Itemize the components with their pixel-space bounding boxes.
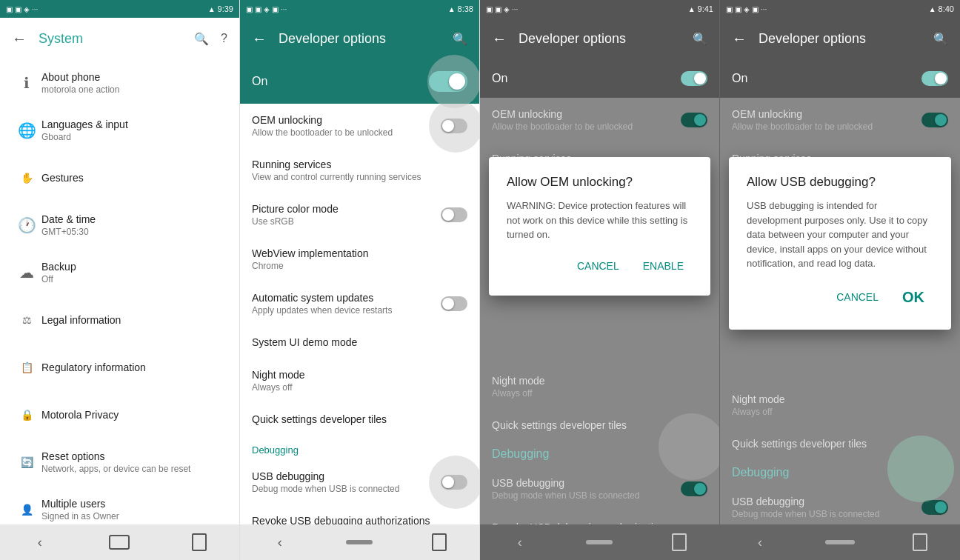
oem-toggle-container[interactable]	[441, 119, 467, 133]
oem-enable-button[interactable]: Enable	[634, 254, 693, 278]
oem-unlocking-item[interactable]: OEM unlocking Allow the bootloader to be…	[240, 104, 479, 148]
back-icon-right2[interactable]: ←	[732, 30, 747, 47]
nav-home-middle[interactable]	[344, 532, 374, 553]
nav-back-r2[interactable]: ‹	[745, 532, 775, 553]
search-icon-left[interactable]: 🔍	[194, 32, 209, 46]
nav-home-left[interactable]	[104, 532, 134, 553]
usb-dialog-actions: Cancel OK	[747, 283, 933, 312]
on-toggle-right1[interactable]	[681, 71, 707, 86]
reset-subtitle: Network, apps, or device can be reset	[41, 464, 227, 474]
app-bar-title-right1: Developer options	[519, 31, 681, 47]
on-row-right1: On	[480, 59, 719, 98]
usb-debugging-subtitle: Debug mode when USB is connected	[252, 484, 441, 494]
wifi-icon: ▲	[208, 5, 216, 13]
auto-updates-subtitle: Apply updates when device restarts	[252, 305, 441, 316]
webview-subtitle: Chrome	[252, 261, 467, 271]
app-bar-title-middle: Developer options	[279, 31, 441, 47]
app-bar-left: ← System 🔍 ?	[0, 18, 239, 59]
webview-item[interactable]: WebView implementation Chrome	[240, 237, 479, 281]
nav-recent-r2[interactable]	[905, 532, 935, 553]
sidebar-item-datetime[interactable]: 🕐 Date & time GMT+05:30	[0, 201, 239, 249]
notif-icon-m2: ▣	[255, 5, 261, 13]
quick-settings-text: Quick settings developer tiles	[252, 413, 467, 425]
sidebar-item-languages[interactable]: 🌐 Languages & input Gboard	[0, 107, 239, 154]
toggle-container-middle[interactable]	[429, 71, 467, 92]
sidebar-item-users[interactable]: 👤 Multiple users Signed in as Owner	[0, 486, 239, 524]
usb-ok-button[interactable]: OK	[893, 283, 933, 312]
revoke-usb-item[interactable]: Revoke USB debugging authorizations	[240, 504, 479, 524]
usb-debugging-item[interactable]: USB debugging Debug mode when USB is con…	[240, 460, 479, 504]
usb-toggle-container[interactable]	[441, 475, 467, 490]
status-bar-right1: ▣ ▣ ◈ ··· ▲ 9:41	[480, 0, 719, 18]
dots-r1: ···	[512, 5, 518, 13]
picture-color-item[interactable]: Picture color mode Use sRGB	[240, 193, 479, 237]
bottom-nav-middle: ‹	[240, 524, 479, 560]
system-demo-item[interactable]: System UI demo mode	[240, 326, 479, 359]
home-shape-left	[109, 535, 130, 550]
sidebar-item-privacy[interactable]: 🔒 Motorola Privacy	[0, 391, 239, 439]
wifi-r2: ▲	[929, 5, 936, 13]
oem-toggle[interactable]	[441, 119, 467, 133]
recent-shape-r2	[913, 533, 927, 551]
backup-text: Backup Off	[41, 261, 227, 284]
night-r2: Night mode Always off	[720, 383, 960, 427]
sidebar-item-about[interactable]: ℹ About phone motorola one action	[0, 59, 239, 107]
bottom-nav-right1: ‹	[480, 524, 719, 560]
back-icon-middle[interactable]: ←	[252, 30, 267, 47]
auto-updates-toggle[interactable]	[441, 296, 467, 311]
backup-title: Backup	[41, 261, 227, 273]
ok-circle-highlight	[887, 436, 954, 502]
app-bar-title-right2: Developer options	[759, 31, 921, 47]
oem-cancel-button[interactable]: Cancel	[568, 254, 628, 278]
gestures-icon: ✋	[12, 163, 41, 193]
running-services-item[interactable]: Running services View and control curren…	[240, 148, 479, 193]
usb-toggle[interactable]	[441, 475, 467, 490]
home-pill-middle	[346, 540, 373, 544]
sidebar-item-reset[interactable]: 🔄 Reset options Network, apps, or device…	[0, 439, 239, 486]
users-text: Multiple users Signed in as Owner	[41, 498, 227, 521]
nav-recent-middle[interactable]	[424, 532, 454, 553]
about-text: About phone motorola one action	[41, 71, 227, 95]
search-icon-right2[interactable]: 🔍	[933, 32, 948, 46]
on-toggle-right2[interactable]	[921, 71, 948, 86]
nav-back-left[interactable]: ‹	[25, 532, 55, 553]
sidebar-item-regulatory[interactable]: 📋 Regulatory information	[0, 344, 239, 391]
auto-updates-item[interactable]: Automatic system updates Apply updates w…	[240, 281, 479, 326]
app-bar-right1: ← Developer options 🔍	[480, 18, 719, 59]
help-icon-left[interactable]: ?	[221, 32, 227, 45]
datetime-subtitle: GMT+05:30	[41, 227, 227, 237]
developer-settings-list-middle: OEM unlocking Allow the bootloader to be…	[240, 104, 479, 524]
sidebar-item-legal[interactable]: ⚖ Legal information	[0, 296, 239, 344]
quick-settings-item[interactable]: Quick settings developer tiles	[240, 403, 479, 436]
picture-color-toggle[interactable]	[441, 207, 467, 222]
back-chevron-middle: ‹	[278, 535, 282, 550]
right1-status-left: ▣ ▣ ◈ ···	[486, 5, 518, 13]
back-icon-right1[interactable]: ←	[492, 30, 507, 47]
picture-color-text: Picture color mode Use sRGB	[252, 203, 441, 227]
notif-r1-3: ◈	[504, 5, 510, 13]
status-time-middle: 8:38	[458, 4, 473, 13]
search-icon-middle[interactable]: 🔍	[453, 32, 467, 46]
notif-icon-m3: ◈	[264, 5, 270, 13]
app-bar-title-left: System	[39, 31, 182, 47]
oem-toggle-r1	[681, 113, 707, 127]
nav-home-r2[interactable]	[825, 532, 855, 553]
usb-cancel-button[interactable]: Cancel	[827, 283, 887, 312]
on-toggle-middle[interactable]	[429, 71, 467, 92]
reset-text: Reset options Network, apps, or device c…	[41, 450, 227, 474]
search-icon-right1[interactable]: 🔍	[693, 32, 707, 46]
nav-back-r1[interactable]: ‹	[505, 532, 535, 553]
night-mode-item[interactable]: Night mode Always off	[240, 359, 479, 403]
usb-subtitle-r1: Debug mode when USB is connected	[492, 490, 681, 501]
usb-title-r1: USB debugging	[492, 477, 681, 489]
enable-circle-highlight	[659, 413, 719, 480]
nav-home-r1[interactable]	[584, 532, 614, 553]
nav-recent-left[interactable]	[184, 532, 214, 553]
sidebar-item-gestures[interactable]: ✋ Gestures	[0, 154, 239, 201]
back-icon-left[interactable]: ←	[12, 30, 27, 47]
sidebar-item-backup[interactable]: ☁ Backup Off	[0, 249, 239, 296]
nav-recent-r1[interactable]	[664, 532, 694, 553]
about-title: About phone	[41, 71, 227, 83]
oem-dialog: Allow OEM unlocking? WARNING: Device pro…	[489, 157, 710, 296]
nav-back-middle[interactable]: ‹	[265, 532, 295, 553]
